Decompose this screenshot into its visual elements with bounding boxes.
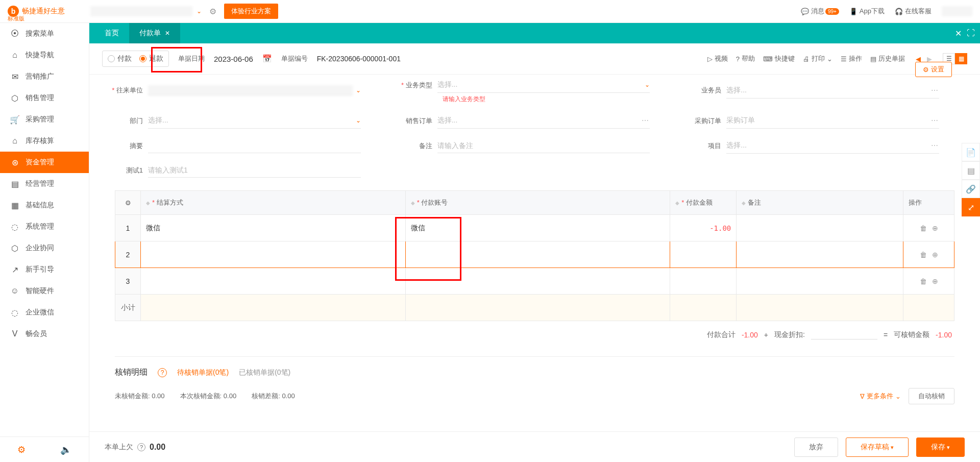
remark-input[interactable] <box>437 138 650 153</box>
sidebar-item-inventory[interactable]: ⌂库存核算 <box>0 130 89 152</box>
delete-icon[interactable]: 🗑 <box>920 277 927 285</box>
sidebar-item-marketing[interactable]: ✉营销推广 <box>0 66 89 87</box>
sidebar-item-enterprise[interactable]: ⬡企业协同 <box>0 237 89 259</box>
dept-select[interactable]: 选择...⌄ <box>148 113 361 129</box>
summary-input[interactable] <box>148 138 361 153</box>
delete-icon[interactable]: 🗑 <box>920 251 927 259</box>
help-icon[interactable]: ? <box>158 368 167 377</box>
radio-refund[interactable]: 退款 <box>139 54 163 63</box>
cell-account[interactable] <box>405 268 670 295</box>
vendor-value-blurred[interactable] <box>148 85 353 95</box>
add-row-icon[interactable]: ⊕ <box>932 277 938 285</box>
circle-icon: ◌ <box>10 222 19 231</box>
more-conditions-button[interactable]: ∇ 更多条件 ⌄ <box>860 392 901 401</box>
verifiable-value: -1.00 <box>936 331 952 339</box>
sidebar-item-wechat-work[interactable]: ◌企业微信 <box>0 302 89 323</box>
cell-remark[interactable] <box>737 268 903 295</box>
video-link[interactable]: ▷视频 <box>707 54 728 63</box>
help-link[interactable]: ?帮助 <box>736 54 755 63</box>
sidebar-item-operations[interactable]: ▤经营管理 <box>0 173 89 194</box>
th-method[interactable]: ◆结算方式 <box>141 191 406 215</box>
test1-input[interactable] <box>148 163 361 178</box>
sidebar-item-quick-nav[interactable]: ⌂快捷导航 <box>0 44 89 66</box>
help-icon[interactable]: ? <box>137 443 145 451</box>
cell-amount[interactable] <box>670 268 737 295</box>
sidebar-item-basic-info[interactable]: ▦基础信息 <box>0 194 89 216</box>
cell-remark[interactable] <box>737 215 903 241</box>
sidebar-item-hardware[interactable]: ☺智能硬件 <box>0 280 89 302</box>
table-row[interactable]: 2 🗑⊕ <box>115 241 954 268</box>
user-avatar-blurred[interactable] <box>942 6 972 16</box>
app-download-link[interactable]: 📱 App下载 <box>849 7 885 16</box>
sidebar-item-funds[interactable]: ⊛资金管理 <box>0 152 89 173</box>
overpay-value: 0.00 <box>150 443 165 452</box>
biz-type-select[interactable]: 选择...⌄ <box>437 77 650 93</box>
sidebar-item-sales[interactable]: ⬡销售管理 <box>0 87 89 109</box>
messages-link[interactable]: 💬 消息 99+ <box>801 7 839 16</box>
sidebar-item-purchase[interactable]: 🛒采购管理 <box>0 109 89 130</box>
cell-remark[interactable] <box>737 241 903 268</box>
subtotal-row: 小计 <box>115 295 954 321</box>
field-settings-button[interactable]: ⚙设置 <box>915 62 952 77</box>
cell-account[interactable]: 微信 <box>405 215 670 241</box>
cell-account[interactable] <box>405 241 670 268</box>
delete-icon[interactable]: 🗑 <box>920 224 927 232</box>
cell-method[interactable] <box>141 241 406 268</box>
th-gear[interactable]: ⚙ <box>115 191 141 215</box>
cash-discount-input[interactable] <box>811 330 877 339</box>
add-row-icon[interactable]: ⊕ <box>932 224 938 232</box>
field-vendor: 往来单位 ⌄ <box>102 77 361 104</box>
fullscreen-icon[interactable]: ⛶ <box>967 29 975 38</box>
doc-date-value[interactable]: 2023-06-06 <box>214 55 253 63</box>
th-amount[interactable]: ◆付款金额 <box>670 191 737 215</box>
customer-service-link[interactable]: 🎧 在线客服 <box>895 7 932 16</box>
shortcut-link[interactable]: ⌨快捷键 <box>763 54 795 63</box>
radio-payment[interactable]: 付款 <box>108 54 132 63</box>
table-row[interactable]: 1 微信 微信 -1.00 🗑⊕ <box>115 215 954 241</box>
org-selector-blurred[interactable] <box>90 6 192 16</box>
view-form-button[interactable]: ▦ <box>955 53 967 64</box>
cell-method[interactable]: 微信 <box>141 215 406 241</box>
auto-verify-button[interactable]: 自动核销 <box>909 388 954 404</box>
save-draft-button[interactable]: 保存草稿 <box>846 437 909 457</box>
verify-tab-done[interactable]: 已核销单据(0笔) <box>239 368 290 377</box>
row-index: 2 <box>115 241 141 268</box>
cell-method[interactable] <box>141 268 406 295</box>
float-note-icon[interactable]: 📄 <box>962 143 980 161</box>
tab-payment[interactable]: 付款单 ✕ <box>129 23 180 43</box>
cell-amount[interactable]: -1.00 <box>670 215 737 241</box>
chevron-down-icon[interactable]: ⌄ <box>356 87 361 94</box>
org-dropdown-icon[interactable]: ⌄ <box>197 8 202 15</box>
promo-button[interactable]: 体验行业方案 <box>224 4 278 19</box>
tab-close-all-icon[interactable]: ✕ <box>955 29 962 38</box>
print-link[interactable]: 🖨打印 ⌄ <box>803 54 832 63</box>
salesperson-select[interactable]: 选择...⋯ <box>726 83 939 99</box>
chevron-down-icon: ⌄ <box>895 393 901 400</box>
add-row-icon[interactable]: ⊕ <box>932 251 938 259</box>
float-expand-icon[interactable]: ⤢ <box>962 198 980 216</box>
calendar-icon[interactable]: 📅 <box>262 54 272 63</box>
verify-tab-pending[interactable]: 待核销单据(0笔) <box>177 368 229 377</box>
th-remark[interactable]: ◆备注 <box>737 191 903 215</box>
settings-icon[interactable]: ⚙ <box>209 7 216 16</box>
cell-amount[interactable] <box>670 241 737 268</box>
sales-order-select[interactable]: 选择...⋯ <box>437 113 650 129</box>
sidebar-item-newbie[interactable]: ↗新手引导 <box>0 259 89 280</box>
gear-icon[interactable]: ⚙ <box>17 444 26 455</box>
float-doc-icon[interactable]: ▤ <box>962 161 980 180</box>
sidebar-item-system[interactable]: ◌系统管理 <box>0 216 89 237</box>
table-row[interactable]: 3 🗑⊕ <box>115 268 954 295</box>
th-account[interactable]: ◆付款账号 <box>405 191 670 215</box>
close-icon[interactable]: ✕ <box>165 30 170 37</box>
discard-button[interactable]: 放弃 <box>794 437 838 457</box>
speaker-icon[interactable]: 🔈 <box>60 444 71 455</box>
purchase-order-select[interactable]: 采购订单⋯ <box>726 113 939 129</box>
float-link-icon[interactable]: 🔗 <box>962 180 980 198</box>
tab-home[interactable]: 首页 <box>94 23 129 43</box>
history-link[interactable]: ▤历史单据 <box>870 54 905 63</box>
sidebar-item-search-menu[interactable]: ⦿搜索菜单 <box>0 23 89 44</box>
sidebar-item-member[interactable]: V畅会员 <box>0 323 89 345</box>
operate-link[interactable]: ☰操作 <box>841 54 862 63</box>
save-button[interactable]: 保存 <box>916 437 965 457</box>
project-select[interactable]: 选择...⋯ <box>726 138 939 154</box>
